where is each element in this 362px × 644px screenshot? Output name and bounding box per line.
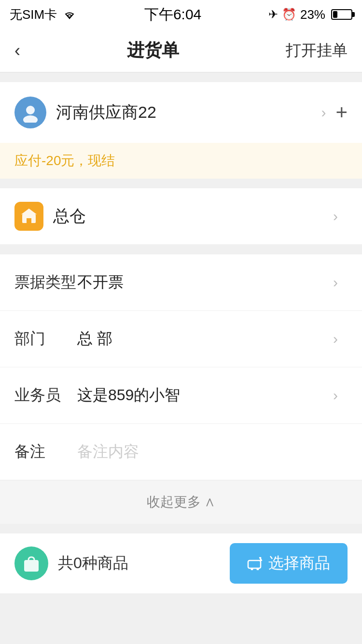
- invoice-type-label: 票据类型: [14, 272, 77, 293]
- divider-1: [0, 72, 362, 82]
- salesperson-chevron: ›: [333, 387, 338, 404]
- warehouse-label: 总仓: [53, 205, 333, 227]
- carrier-text: 无SIM卡: [10, 6, 57, 23]
- remark-placeholder[interactable]: 备注内容: [77, 441, 348, 462]
- salesperson-label: 业务员: [14, 385, 77, 406]
- invoice-type-chevron: ›: [333, 274, 338, 291]
- supplier-chevron-icon: ›: [321, 104, 326, 121]
- page-title: 进货单: [127, 39, 179, 62]
- location-icon: ✈: [268, 8, 278, 21]
- select-product-button[interactable]: 选择商品: [230, 543, 348, 584]
- invoice-type-value: 不开票: [77, 272, 333, 293]
- warehouse-row[interactable]: 总仓 ›: [0, 188, 362, 244]
- warehouse-icon: [20, 208, 38, 225]
- department-label: 部门: [14, 328, 77, 350]
- add-button[interactable]: +: [335, 101, 348, 124]
- warehouse-icon-wrap: [14, 202, 43, 231]
- status-bar: 无SIM卡 下午6:04 ✈ ⏰ 23%: [0, 0, 362, 29]
- open-pending-button[interactable]: 打开挂单: [286, 40, 348, 61]
- remark-row[interactable]: 备注 备注内容: [0, 423, 362, 480]
- empty-area: [0, 593, 362, 644]
- form-section: 票据类型 不开票 › 部门 总 部 › 业务员 这是859的小智 › 备注 备注…: [0, 254, 362, 480]
- department-row[interactable]: 部门 总 部 ›: [0, 310, 362, 367]
- supplier-row[interactable]: 河南供应商22 › +: [14, 82, 348, 143]
- alert-row: 应付-20元，现结: [0, 143, 362, 179]
- collapse-label: 收起更多 ∧: [147, 494, 216, 509]
- divider-4: [0, 524, 362, 533]
- back-button[interactable]: ‹: [14, 41, 20, 61]
- status-time: 下午6:04: [144, 5, 201, 25]
- svg-rect-4: [27, 218, 31, 223]
- supplier-section: 河南供应商22 › +: [0, 82, 362, 143]
- status-carrier: 无SIM卡: [10, 6, 77, 23]
- svg-marker-3: [21, 209, 37, 214]
- department-chevron: ›: [333, 331, 338, 347]
- product-count: 共0种商品: [58, 553, 230, 574]
- supplier-avatar: [14, 97, 46, 128]
- department-value: 总 部: [77, 328, 333, 350]
- invoice-type-row[interactable]: 票据类型 不开票 ›: [0, 254, 362, 310]
- cart-icon: [247, 557, 264, 570]
- product-icon-wrap: [14, 546, 48, 580]
- svg-point-1: [23, 115, 38, 123]
- alert-text: 应付-20元，现结: [14, 153, 115, 168]
- collapse-row[interactable]: 收起更多 ∧: [0, 480, 362, 524]
- salesperson-row[interactable]: 业务员 这是859的小智 ›: [0, 367, 362, 423]
- user-avatar-icon: [20, 102, 41, 123]
- battery-icon: [331, 9, 352, 20]
- battery-percent: 23%: [300, 7, 325, 22]
- svg-rect-5: [24, 560, 39, 572]
- supplier-name: 河南供应商22: [56, 101, 321, 124]
- warehouse-chevron-icon: ›: [333, 208, 338, 224]
- bottom-bar: 共0种商品 选择商品: [0, 533, 362, 593]
- svg-point-0: [26, 106, 35, 114]
- status-right: ✈ ⏰ 23%: [268, 7, 352, 22]
- alarm-icon: ⏰: [282, 8, 296, 21]
- divider-2: [0, 179, 362, 188]
- select-product-label: 选择商品: [268, 553, 330, 574]
- wifi-icon: [62, 9, 77, 20]
- remark-label: 备注: [14, 441, 77, 462]
- svg-rect-6: [248, 560, 261, 568]
- nav-bar: ‹ 进货单 打开挂单: [0, 29, 362, 72]
- product-bag-icon: [21, 553, 42, 574]
- divider-3: [0, 244, 362, 254]
- salesperson-value: 这是859的小智: [77, 385, 333, 406]
